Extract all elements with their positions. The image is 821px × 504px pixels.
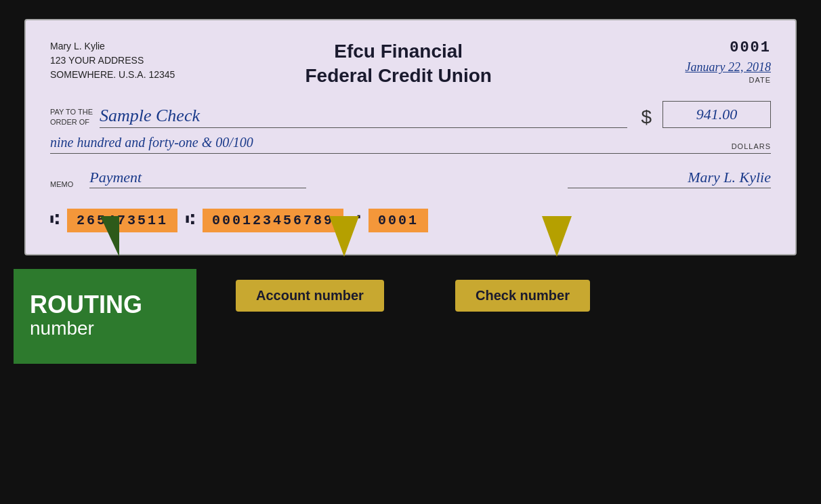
account-arrow (329, 216, 359, 257)
amount-box: 941.00 (662, 101, 771, 128)
micr-start-symbol: ⑆ (50, 212, 59, 229)
check-top-right: 0001 January 22, 2018 DATE (622, 39, 771, 84)
check-top-section: Mary L. Kylie 123 YOUR ADDRESS SOMEWHERE… (50, 39, 771, 89)
sig-line: Mary L. Kylie (568, 169, 771, 188)
bottom-section: ROUTING number Account number Check numb… (0, 255, 821, 364)
routing-label-top: ROUTING (30, 293, 142, 317)
check-number-label: Check number (455, 280, 590, 312)
check-arrow (542, 216, 572, 257)
memo-line: Payment (89, 169, 306, 188)
micr-routing: 265473511 (67, 209, 177, 232)
check-body: Mary L. Kylie 123 YOUR ADDRESS SOMEWHERE… (24, 19, 797, 255)
dollar-sign: $ (641, 106, 652, 128)
check-date-line: January 22, 2018 (622, 60, 771, 75)
pay-label: PAY TO THE ORDER OF (50, 107, 93, 128)
signature-value: Mary L. Kylie (688, 169, 771, 186)
bank-name: Efcu Financial Federal Credit Union (175, 39, 622, 89)
routing-label-bottom: number (30, 317, 94, 340)
address-name: Mary L. Kylie (50, 39, 175, 54)
account-number-label: Account number (236, 280, 384, 312)
micr-line: ⑆ 265473511 ⑆ 000123456789 ⑇ 0001 (50, 209, 771, 232)
address-line1: 123 YOUR ADDRESS (50, 54, 175, 68)
memo-sig-section: MEMO Payment Mary L. Kylie (50, 169, 771, 188)
date-label: DATE (622, 76, 771, 84)
dollars-label: DOLLARS (732, 142, 771, 150)
bank-name-line2: Federal Credit Union (188, 64, 608, 88)
signature-section: Mary L. Kylie (320, 169, 771, 188)
check-number-top: 0001 (622, 39, 771, 56)
check-date-value: January 22, 2018 (686, 60, 771, 75)
amount-written-section: nine hundred and forty-one & 00/100 DOLL… (50, 135, 771, 154)
check-address: Mary L. Kylie 123 YOUR ADDRESS SOMEWHERE… (50, 39, 175, 82)
memo-value: Payment (89, 169, 142, 186)
micr-account: 000123456789 (203, 209, 343, 232)
micr-check-num: 0001 (369, 209, 428, 232)
micr-end-symbol: ⑆ (186, 212, 194, 229)
payee-name: Sample Check (100, 106, 200, 127)
memo-label: MEMO (50, 180, 73, 188)
pay-to-line: Sample Check (100, 106, 627, 128)
pay-order-section: PAY TO THE ORDER OF Sample Check $ 941.0… (50, 101, 771, 128)
amount-written: nine hundred and forty-one & 00/100 (50, 135, 253, 150)
address-line2: SOMEWHERE. U.S.A. 12345 (50, 68, 175, 82)
bank-name-line1: Efcu Financial (188, 39, 608, 64)
routing-arrow (100, 216, 119, 257)
routing-box: ROUTING number (14, 269, 196, 364)
